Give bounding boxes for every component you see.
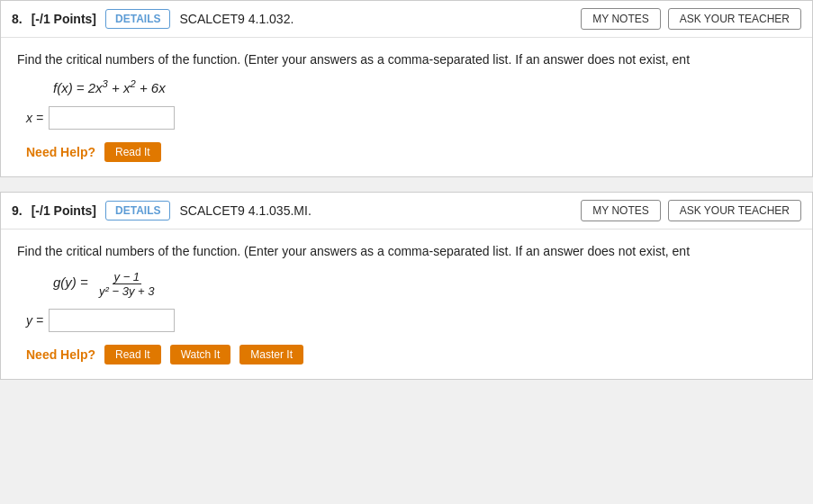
problem-8-answer-input[interactable] xyxy=(49,106,175,130)
problem-8-answer-label: x = xyxy=(26,111,43,125)
problem-8-my-notes-button[interactable]: MY NOTES xyxy=(581,8,660,30)
problem-9-watch-it-button[interactable]: Watch It xyxy=(170,345,231,364)
problem-9-block: 9. [-/1 Points] DETAILS SCALCET9 4.1.035… xyxy=(0,192,813,380)
problem-8-header-actions: MY NOTES ASK YOUR TEACHER xyxy=(581,8,801,30)
problem-8-need-help-row: Need Help? Read It xyxy=(26,142,796,162)
problem-9-header-actions: MY NOTES ASK YOUR TEACHER xyxy=(581,200,801,221)
problem-9-fraction: y − 1 y² − 3y + 3 xyxy=(97,270,156,298)
problem-9-formula-text: g(y) = y − 1 y² − 3y + 3 xyxy=(53,274,158,290)
problem-9-header: 9. [-/1 Points] DETAILS SCALCET9 4.1.035… xyxy=(1,193,812,230)
problem-9-scalcet: SCALCET9 4.1.035.MI. xyxy=(179,203,572,218)
problem-9-answer-input[interactable] xyxy=(49,309,175,332)
problem-9-points: [-/1 Points] xyxy=(32,203,96,218)
problem-8-body: Find the critical numbers of the functio… xyxy=(1,38,812,176)
problem-8-read-it-button[interactable]: Read It xyxy=(104,142,161,162)
problem-9-text: Find the critical numbers of the functio… xyxy=(17,242,796,261)
problem-9-answer-row: y = xyxy=(26,309,796,332)
problem-9-master-it-button[interactable]: Master It xyxy=(239,345,303,364)
problem-8-formula: f(x) = 2x3 + x2 + 6x xyxy=(53,78,796,95)
problem-9-body: Find the critical numbers of the functio… xyxy=(1,230,812,379)
problem-9-number: 9. xyxy=(12,203,23,218)
problem-9-numerator: y − 1 xyxy=(113,270,142,284)
problem-8-formula-text: f(x) = 2x3 + x2 + 6x xyxy=(53,80,166,95)
problem-9-need-help-row: Need Help? Read It Watch It Master It xyxy=(26,345,796,364)
problem-9-need-help-label: Need Help? xyxy=(26,347,95,362)
problem-9-denominator: y² − 3y + 3 xyxy=(97,284,156,298)
problem-9-read-it-button[interactable]: Read It xyxy=(104,345,161,364)
page-wrapper: 8. [-/1 Points] DETAILS SCALCET9 4.1.032… xyxy=(0,0,813,380)
problem-8-text: Find the critical numbers of the functio… xyxy=(17,50,796,69)
problem-8-points: [-/1 Points] xyxy=(32,12,96,26)
problem-9-details-button[interactable]: DETAILS xyxy=(105,201,170,220)
problem-8-details-button[interactable]: DETAILS xyxy=(105,9,170,29)
problem-8-block: 8. [-/1 Points] DETAILS SCALCET9 4.1.032… xyxy=(0,0,813,177)
problem-8-header: 8. [-/1 Points] DETAILS SCALCET9 4.1.032… xyxy=(1,1,812,38)
problem-8-scalcet: SCALCET9 4.1.032. xyxy=(179,12,572,26)
problem-8-answer-row: x = xyxy=(26,106,796,130)
problem-9-my-notes-button[interactable]: MY NOTES xyxy=(581,200,660,221)
problem-8-ask-teacher-button[interactable]: ASK YOUR TEACHER xyxy=(668,8,801,30)
problem-9-formula: g(y) = y − 1 y² − 3y + 3 xyxy=(53,270,796,298)
problem-9-answer-label: y = xyxy=(26,313,43,328)
problem-9-ask-teacher-button[interactable]: ASK YOUR TEACHER xyxy=(668,200,801,221)
problem-8-number: 8. xyxy=(12,12,23,26)
problem-8-need-help-label: Need Help? xyxy=(26,145,95,159)
